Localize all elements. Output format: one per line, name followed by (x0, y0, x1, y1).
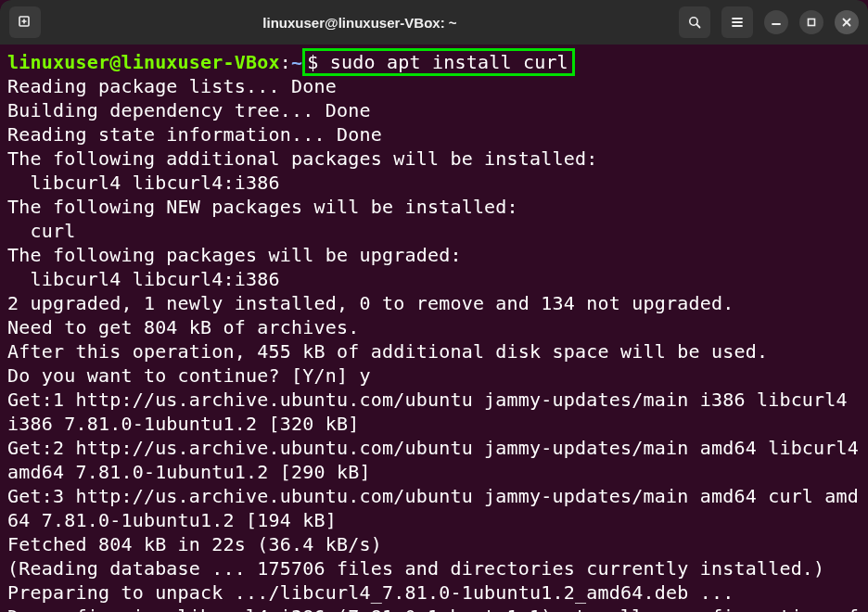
close-icon (841, 17, 852, 28)
output-line: Building dependency tree... Done (7, 98, 861, 122)
output-line: Preparing to unpack .../libcurl4_7.81.0-… (7, 580, 861, 605)
titlebar-left (9, 6, 41, 38)
output-line: Reading package lists... Done (7, 74, 861, 98)
output-line: After this operation, 455 kB of addition… (7, 339, 861, 363)
output-line: The following NEW packages will be insta… (7, 195, 861, 219)
prompt-user-host: linuxuser@linuxuser-VBox (7, 51, 280, 73)
search-icon (687, 15, 702, 30)
output-line: De-configuring libcurl4:i386 (7.81.0-1ub… (7, 605, 861, 612)
close-button[interactable] (835, 10, 859, 34)
new-tab-button[interactable] (9, 6, 41, 38)
search-button[interactable] (679, 6, 710, 38)
output-line: The following additional packages will b… (7, 147, 861, 171)
svg-line-4 (696, 24, 699, 27)
output-line: Get:2 http://us.archive.ubuntu.com/ubunt… (7, 436, 861, 484)
output-line: 2 upgraded, 1 newly installed, 0 to remo… (7, 291, 861, 315)
output-line: Get:1 http://us.archive.ubuntu.com/ubunt… (7, 388, 861, 436)
minimize-icon (771, 17, 782, 28)
output-line: Reading state information... Done (7, 122, 861, 147)
output-line: The following packages will be upgraded: (7, 243, 861, 267)
command-text: sudo apt install curl (330, 51, 568, 73)
command-highlight-box: $ sudo apt install curl (302, 48, 575, 76)
maximize-button[interactable] (799, 10, 823, 34)
prompt-path: ~ (291, 51, 302, 73)
output-line: Do you want to continue? [Y/n] y (7, 363, 861, 388)
prompt-symbol: $ (307, 51, 318, 73)
terminal-viewport[interactable]: linuxuser@linuxuser-VBox:~$ sudo apt ins… (0, 45, 868, 612)
prompt-colon: : (280, 51, 291, 73)
output-line: curl (7, 219, 861, 243)
output-line: (Reading database ... 175706 files and d… (7, 556, 861, 580)
menu-button[interactable] (721, 6, 753, 38)
output-line: Fetched 804 kB in 22s (36.4 kB/s) (7, 532, 861, 556)
output-line: Get:3 http://us.archive.ubuntu.com/ubunt… (7, 484, 861, 532)
output-line: Need to get 804 kB of archives. (7, 315, 861, 339)
titlebar-right (679, 6, 859, 38)
hamburger-icon (730, 15, 745, 30)
svg-rect-9 (809, 19, 815, 26)
minimize-button[interactable] (764, 10, 788, 34)
window-title: linuxuser@linuxuser-VBox: ~ (41, 15, 679, 31)
window-titlebar: linuxuser@linuxuser-VBox: ~ (0, 0, 868, 45)
output-line: libcurl4 libcurl4:i386 (7, 171, 861, 195)
maximize-icon (806, 17, 817, 28)
output-line: libcurl4 libcurl4:i386 (7, 267, 861, 291)
new-tab-icon (18, 15, 32, 30)
